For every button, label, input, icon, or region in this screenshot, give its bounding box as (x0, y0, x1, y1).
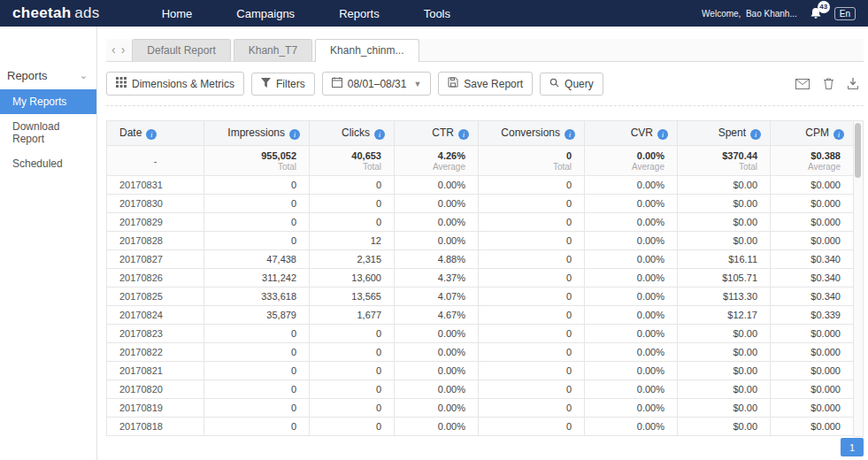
value-cell: $0.00 (678, 232, 771, 250)
tab-scroll-right-icon[interactable]: › (121, 41, 126, 58)
info-icon[interactable]: i (833, 129, 844, 140)
column-header-impressions: Impressionsi (204, 121, 310, 146)
nav-item-home[interactable]: Home (162, 7, 193, 20)
value-cell: $0.000 (771, 176, 854, 195)
main-panel: ‹ › Default Report Khanh_T7 Khanh_chinm.… (97, 27, 868, 460)
page-button-1[interactable]: 1 (841, 438, 864, 456)
info-icon[interactable]: i (565, 129, 575, 140)
info-icon[interactable]: i (750, 129, 761, 140)
table-row: 20170819000.00%00.00%$0.00$0.000 (107, 399, 854, 418)
tab-scroll-arrows: ‹ › (110, 41, 132, 61)
nav-item-reports[interactable]: Reports (339, 7, 380, 20)
totals-value: 40,653 (322, 150, 381, 161)
value-cell: 0 (310, 380, 395, 399)
query-label: Query (565, 78, 594, 90)
sidebar-section-reports[interactable]: Reports ⌄ (0, 64, 96, 89)
column-header-ctr: CTRi (395, 121, 479, 146)
date-cell: 20170826 (107, 269, 204, 288)
info-icon[interactable]: i (458, 129, 469, 140)
value-cell: 13,565 (310, 288, 395, 306)
value-cell: 0 (204, 232, 310, 250)
tab-scroll-left-icon[interactable]: ‹ (111, 41, 116, 58)
totals-value: $0.388 (783, 150, 841, 161)
value-cell: $0.000 (771, 362, 854, 380)
info-icon[interactable]: i (289, 129, 300, 140)
table-row: 2017082435,8791,6774.67%00.00%$12.17$0.3… (107, 306, 854, 325)
main-nav: Home Campaigns Reports Tools (162, 7, 450, 20)
value-cell: 0 (204, 362, 310, 380)
value-cell: 4.88% (395, 250, 479, 269)
value-cell: 0.00% (585, 232, 678, 250)
value-cell: 0 (310, 176, 395, 195)
username[interactable]: Bao Khanh... (746, 9, 797, 19)
table-row: 20170825333,61813,5654.07%00.00%$113.30$… (107, 288, 854, 306)
value-cell: 0 (204, 418, 310, 436)
totals-value: 0 (491, 150, 572, 161)
notifications-button[interactable]: 43 (810, 7, 822, 21)
value-cell: 0 (204, 176, 310, 195)
totals-value: $370.44 (690, 150, 757, 161)
value-cell: $0.339 (771, 306, 854, 325)
column-label: Conversions (501, 126, 560, 139)
dimensions-metrics-button[interactable]: Dimensions & Metrics (106, 72, 244, 96)
save-icon (448, 77, 458, 90)
filters-button[interactable]: Filters (251, 73, 315, 96)
value-cell: $0.00 (678, 418, 771, 436)
totals-sublabel: Total (217, 162, 296, 172)
value-cell: 0.00% (395, 213, 479, 232)
date-cell: 20170821 (107, 362, 204, 380)
nav-item-campaigns[interactable]: Campaigns (236, 7, 295, 20)
value-cell: 0 (204, 399, 310, 418)
column-label: Impressions (227, 126, 285, 139)
report-tabbar: ‹ › Default Report Khanh_T7 Khanh_chinm.… (106, 39, 864, 62)
totals-sublabel: Total (322, 162, 381, 172)
value-cell: $0.000 (771, 195, 854, 213)
value-cell: $0.000 (771, 380, 854, 399)
language-selector[interactable]: En (834, 7, 856, 20)
totals-value: 0.00% (597, 150, 664, 161)
value-cell: 0.00% (395, 380, 479, 399)
value-cell: $0.000 (771, 418, 854, 436)
save-report-button[interactable]: Save Report (438, 72, 533, 96)
scrollbar-thumb[interactable] (855, 123, 861, 178)
download-icon[interactable] (848, 78, 858, 89)
tab-khanh-t7[interactable]: Khanh_T7 (234, 39, 312, 61)
value-cell: 0.00% (395, 362, 479, 380)
value-cell: 0.00% (585, 325, 678, 343)
value-cell: 0.00% (585, 269, 678, 288)
tab-default-report[interactable]: Default Report (132, 39, 230, 61)
column-header-clicks: Clicksi (310, 121, 395, 146)
table-header-row: DateiImpressionsiClicksiCTRiConversionsi… (107, 121, 854, 146)
value-cell: 0 (479, 362, 585, 380)
value-cell: 0 (479, 213, 585, 232)
table-row: 20170823000.00%00.00%$0.00$0.000 (107, 325, 854, 343)
value-cell: 0.00% (395, 195, 479, 213)
sidebar-item-download-report[interactable]: Download Report (0, 114, 96, 151)
save-report-label: Save Report (464, 78, 523, 90)
value-cell: 0 (310, 343, 395, 362)
query-button[interactable]: Query (540, 73, 603, 96)
date-range-picker[interactable]: 08/01–08/31 ▼ (322, 72, 432, 96)
tab-khanh-chinm[interactable]: Khanh_chinm... (315, 39, 419, 62)
info-icon[interactable]: i (146, 129, 157, 140)
value-cell: $105.71 (678, 269, 771, 288)
totals-value: 955,052 (217, 150, 296, 161)
value-cell: 0 (479, 176, 585, 195)
column-header-conversions: Conversionsi (479, 121, 585, 146)
nav-item-tools[interactable]: Tools (424, 7, 450, 20)
date-cell: 20170831 (107, 176, 204, 195)
table-scrollbar[interactable] (854, 120, 864, 437)
info-icon[interactable]: i (657, 129, 668, 140)
email-icon[interactable] (795, 79, 810, 89)
column-header-cvr: CVRi (585, 121, 678, 146)
value-cell: $16.11 (678, 250, 771, 269)
column-header-date: Datei (107, 121, 204, 146)
table-row: 20170830000.00%00.00%$0.00$0.000 (107, 195, 854, 213)
trash-icon[interactable] (824, 78, 833, 89)
info-icon[interactable]: i (374, 129, 385, 140)
sidebar-item-scheduled[interactable]: Scheduled (0, 151, 96, 176)
report-toolbar: Dimensions & Metrics Filters 08/01–08/31… (106, 72, 864, 96)
sidebar-item-my-reports[interactable]: My Reports (0, 89, 96, 114)
table-row: 20170826311,24213,6004.37%00.00%$105.71$… (107, 269, 854, 288)
brand-logo[interactable]: cheetahads (12, 4, 100, 22)
